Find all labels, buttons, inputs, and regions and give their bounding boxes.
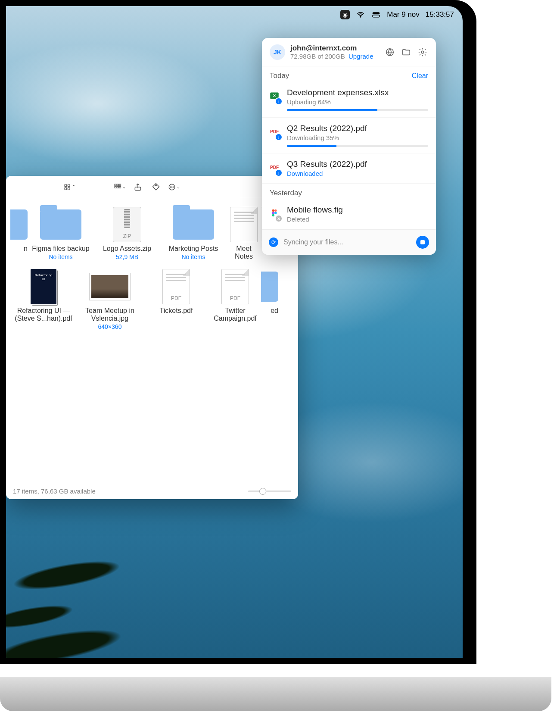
file-item[interactable]: PDF Tickets.pdf [143, 269, 209, 330]
control-center-icon[interactable] [371, 10, 381, 19]
globe-icon[interactable] [384, 47, 395, 58]
sync-footer-text: Syncing your files... [283, 238, 411, 246]
svg-rect-11 [117, 186, 119, 188]
file-subtitle: 640×360 [98, 323, 122, 330]
progress-fill [287, 145, 336, 147]
svg-rect-2 [373, 15, 380, 17]
pdf-icon: PDF ↓ [268, 159, 281, 175]
sync-item[interactable]: X ↑ Development expenses.xlsx Uploading … [262, 82, 436, 118]
svg-point-17 [171, 187, 172, 187]
finder-grid: n Figma files backup No items ZIP Logo A… [6, 198, 298, 483]
folder-icon [261, 272, 278, 302]
share-button[interactable] [132, 181, 144, 193]
upgrade-link[interactable]: Upgrade [348, 53, 373, 60]
file-name: Meet Notes [227, 245, 261, 260]
file-subtitle: No items [181, 253, 205, 260]
file-item[interactable]: n [10, 207, 28, 260]
xlsx-icon: X ↑ [268, 88, 281, 103]
pdf-icon: PDF [221, 269, 249, 304]
zoom-slider-thumb[interactable] [259, 488, 266, 495]
file-name: Tickets.pdf [160, 307, 193, 315]
sync-item-subtitle: Downloaded [287, 170, 428, 177]
sync-popup: JK john@internxt.com 72.98GB of 200GB Up… [262, 38, 436, 255]
svg-text:X: X [273, 93, 276, 98]
avatar[interactable]: JK [270, 44, 285, 60]
sync-item[interactable]: PDF ↓ Q3 Results (2022).pdf Downloaded [262, 153, 436, 184]
menubar: ◉ Mar 9 nov 15:33:57 [6, 6, 463, 23]
pdf-icon: PDF [162, 269, 190, 304]
finder-status-text: 17 items, 76,63 GB available [13, 487, 96, 495]
gear-icon[interactable] [417, 47, 428, 58]
pdf-icon: PDF ↓ [268, 124, 281, 139]
svg-rect-6 [68, 187, 70, 190]
zoom-slider[interactable] [248, 491, 291, 492]
svg-rect-10 [115, 186, 116, 188]
svg-rect-9 [119, 184, 121, 186]
svg-point-25 [272, 212, 275, 214]
file-subtitle: 52,9 MB [116, 253, 138, 260]
svg-rect-8 [117, 184, 119, 186]
file-name: Marketing Posts [169, 245, 218, 253]
menubar-time[interactable]: 15:33:57 [426, 10, 454, 19]
screen-recording-icon[interactable]: ◉ [340, 10, 350, 19]
storage-info: 72.98GB of 200GB Upgrade [290, 53, 379, 60]
svg-point-20 [421, 51, 424, 53]
file-item[interactable]: Team Meetup in Vslencia.jpg 640×360 [77, 269, 143, 330]
image-icon [89, 273, 131, 300]
svg-point-27 [272, 214, 275, 217]
desktop-screen: ◉ Mar 9 nov 15:33:57 ⌃ ⌄ [6, 6, 463, 658]
file-item[interactable]: Marketing Posts No items [160, 207, 227, 260]
sync-item-title: Q3 Results (2022).pdf [287, 159, 428, 169]
sync-item[interactable]: PDF ↓ Q2 Results (2022).pdf Downloading … [262, 118, 436, 153]
user-email: john@internxt.com [290, 44, 379, 53]
progress-bar [287, 109, 428, 111]
file-item[interactable]: ZIP Logo Assets.zip 52,9 MB [94, 207, 160, 260]
laptop-base [0, 677, 551, 711]
zip-icon: ZIP [113, 207, 141, 242]
svg-rect-4 [68, 184, 70, 187]
book-icon: Refactoring UI [31, 269, 56, 304]
laptop-frame: ◉ Mar 9 nov 15:33:57 ⌃ ⌄ [0, 0, 476, 664]
progress-bar [287, 145, 428, 147]
svg-point-16 [170, 187, 171, 187]
finder-status-bar: 17 items, 76,63 GB available [6, 483, 298, 499]
file-subtitle: No items [49, 253, 72, 260]
section-today: Today Clear [262, 66, 436, 82]
more-button[interactable]: ⌄ [168, 181, 180, 193]
wifi-icon[interactable] [356, 10, 365, 19]
finder-toolbar: ⌃ ⌄ ⌄ ⌄ M [6, 176, 298, 198]
file-name: Logo Assets.zip [103, 245, 151, 253]
folder-icon [10, 209, 28, 240]
tag-button[interactable] [150, 181, 162, 193]
folder-icon[interactable] [401, 47, 412, 58]
deleted-badge-icon: ✕ [275, 215, 283, 222]
finder-window: ⌃ ⌄ ⌄ ⌄ M [6, 176, 298, 499]
section-label: Today [270, 72, 289, 80]
file-name: n [24, 245, 28, 253]
file-item[interactable]: Refactoring UI Refactoring UI — (Steve S… [10, 269, 77, 330]
sync-item-title: Q2 Results (2022).pdf [287, 124, 428, 133]
section-yesterday: Yesterday [262, 184, 436, 199]
svg-rect-7 [115, 184, 116, 186]
sync-item-subtitle: Deleted [287, 216, 428, 223]
clear-button[interactable]: Clear [412, 72, 428, 80]
stop-sync-button[interactable] [416, 236, 429, 249]
folder-icon [173, 209, 214, 240]
sync-footer: ⟳ Syncing your files... [262, 229, 436, 255]
file-item[interactable]: Figma files backup No items [28, 207, 94, 260]
file-name: Twitter Campaign.pdf [209, 307, 261, 322]
sync-item-subtitle: Downloading 35% [287, 134, 428, 141]
svg-point-26 [274, 212, 277, 214]
figma-icon: ✕ [268, 205, 281, 221]
svg-rect-1 [373, 12, 380, 14]
file-item[interactable]: Meet Notes [227, 207, 261, 260]
sync-item[interactable]: ✕ Mobile flows.fig Deleted [262, 199, 436, 229]
menubar-date[interactable]: Mar 9 nov [387, 10, 420, 19]
group-by-button[interactable]: ⌄ [114, 181, 126, 193]
file-item[interactable]: ed [261, 269, 278, 330]
sync-header: JK john@internxt.com 72.98GB of 200GB Up… [262, 38, 436, 66]
view-icons-button[interactable]: ⌃ [64, 181, 76, 193]
download-badge-icon: ↓ [275, 133, 283, 141]
svg-point-18 [173, 187, 174, 187]
file-item[interactable]: PDF Twitter Campaign.pdf [209, 269, 261, 330]
